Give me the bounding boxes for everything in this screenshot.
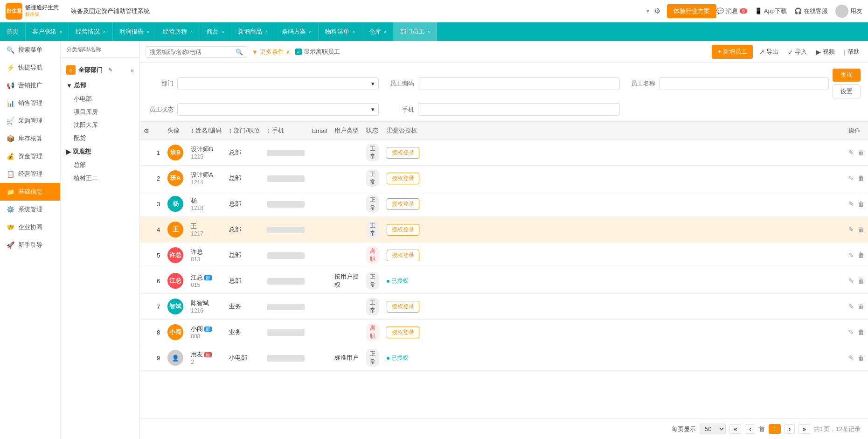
dept-item-ph[interactable]: 配货 xyxy=(61,132,139,145)
sidebar-item-finance[interactable]: 💰 资金管理 xyxy=(0,147,60,165)
dept-item-hq[interactable]: 总部 xyxy=(61,159,139,172)
dept-item-proj[interactable]: 项目库房 xyxy=(61,105,139,118)
auth-login-btn[interactable]: 授权登录 xyxy=(387,173,419,184)
close-icon[interactable]: × xyxy=(384,29,387,35)
dept-item-xd[interactable]: 小电部 xyxy=(61,92,139,105)
delete-icon[interactable]: 🗑 xyxy=(858,328,864,336)
auth-login-btn[interactable]: 授权登录 xyxy=(387,301,419,313)
collapse-btn[interactable]: « xyxy=(131,67,134,74)
edit-icon[interactable]: ✎ xyxy=(848,200,854,208)
col-settings[interactable]: ⚙ xyxy=(140,122,153,140)
search-input[interactable] xyxy=(150,49,234,56)
delete-icon[interactable]: 🗑 xyxy=(858,303,864,310)
nav-tab-profit[interactable]: 利润报告 × xyxy=(113,22,156,41)
nav-tab-history[interactable]: 经营历程 × xyxy=(156,22,200,41)
delete-icon[interactable]: 🗑 xyxy=(858,200,864,208)
auth-login-btn[interactable]: 授权登录 xyxy=(387,224,419,236)
table-row[interactable]: 6 江总 江总部 015 总部 按用户授权 正常 已授权 ✎ 🗑 xyxy=(140,268,868,294)
show-resigned-checkbox[interactable]: ✓ xyxy=(295,49,302,55)
sidebar-item-guide[interactable]: 🚀 新手引导 xyxy=(0,236,60,254)
close-icon[interactable]: × xyxy=(265,29,268,35)
sidebar-item-search[interactable]: 🔍 搜索菜单 xyxy=(0,41,60,59)
delete-icon[interactable]: 🗑 xyxy=(858,226,864,233)
dept-item-sy[interactable]: 沈阳大库 xyxy=(61,118,139,132)
settings-icon[interactable]: ⚙ xyxy=(654,7,660,15)
dept-group-header-sl[interactable]: ▶双鹿想 xyxy=(61,145,139,159)
col-name[interactable]: ↕ 姓名/编码 xyxy=(187,122,225,140)
delete-icon[interactable]: 🗑 xyxy=(858,149,864,156)
sidebar-item-nav[interactable]: ⚡ 快捷导航 xyxy=(0,59,60,77)
delete-icon[interactable]: 🗑 xyxy=(858,174,864,182)
sidebar-item-system[interactable]: ⚙️ 系统管理 xyxy=(0,201,60,218)
table-row[interactable]: 2 班A 设计师A 1214 总部 正常 授权登录 ✎ 🗑 xyxy=(140,166,868,191)
help-btn[interactable]: | 帮助 xyxy=(841,46,862,58)
auth-login-btn[interactable]: 授权登录 xyxy=(387,327,419,338)
last-page-btn[interactable]: » xyxy=(799,424,810,434)
close-icon[interactable]: × xyxy=(427,29,430,35)
search-submit-icon[interactable]: 🔍 xyxy=(236,49,243,56)
nav-tab-employees[interactable]: 部门员工 × xyxy=(394,22,437,41)
filter-phone-input[interactable] xyxy=(418,103,619,116)
edit-icon[interactable]: ✎ xyxy=(848,303,854,310)
edit-icon[interactable]: ✎ xyxy=(848,174,854,182)
dept-search-input[interactable] xyxy=(66,46,136,53)
delete-icon[interactable]: 🗑 xyxy=(858,277,864,285)
table-row[interactable]: 9 👤 用友应 2 小电部 标准用户 正常 已授权 ✎ 🗑 xyxy=(140,345,868,371)
query-button[interactable]: 查询 xyxy=(833,69,861,82)
sidebar-item-sales[interactable]: 📊 销售管理 xyxy=(0,94,60,112)
nav-tab-management[interactable]: 经营情况 × xyxy=(69,22,112,41)
show-resigned-toggle[interactable]: ✓ 显示离职员工 xyxy=(295,48,340,56)
dept-group-header-main[interactable]: ▼总部 xyxy=(61,78,139,92)
nav-tab-customer[interactable]: 客户联络 × xyxy=(26,22,69,41)
auth-login-btn[interactable]: 授权登录 xyxy=(387,147,419,159)
nav-tab-new-goods[interactable]: 新增商品 × xyxy=(231,22,275,41)
sidebar-item-marketing[interactable]: 📢 营销推广 xyxy=(0,77,60,94)
close-icon[interactable]: × xyxy=(352,29,355,35)
table-row[interactable]: 1 班B 设计师B 1215 总部 正常 授权登录 ✎ 🗑 xyxy=(140,140,868,166)
dept-edit-icon[interactable]: ✎ xyxy=(108,67,112,73)
prev-page-btn[interactable]: ‹ xyxy=(745,424,755,434)
close-icon[interactable]: × xyxy=(222,29,224,35)
sidebar-item-collab[interactable]: 🤝 企业协同 xyxy=(0,218,60,236)
nav-tab-home[interactable]: 首页 xyxy=(0,22,26,41)
sidebar-item-inventory[interactable]: 📦 库存核算 xyxy=(0,130,60,147)
delete-icon[interactable]: 🗑 xyxy=(858,251,864,259)
system-dropdown-icon[interactable]: ▾ xyxy=(646,8,649,14)
reset-button[interactable]: 设置 xyxy=(833,84,861,98)
export-btn[interactable]: ↗ 导出 xyxy=(757,46,781,58)
table-row[interactable]: 4 王 王 1217 总部 正常 授权登录 ✎ 🗑 xyxy=(140,217,868,243)
close-icon[interactable]: × xyxy=(146,29,149,35)
page-size-select[interactable]: 50 100 xyxy=(700,424,726,434)
close-icon[interactable]: × xyxy=(103,29,105,35)
edit-icon[interactable]: ✎ xyxy=(848,226,854,233)
sidebar-item-basic[interactable]: 📁 基础信息 xyxy=(0,183,60,201)
close-icon[interactable]: × xyxy=(190,29,193,35)
close-icon[interactable]: × xyxy=(59,29,62,35)
next-page-btn[interactable]: › xyxy=(785,424,795,434)
dept-item-zhishu[interactable]: 植树王二 xyxy=(61,172,139,185)
edit-icon[interactable]: ✎ xyxy=(848,251,854,259)
sidebar-item-ops[interactable]: 📋 经营管理 xyxy=(0,165,60,183)
video-btn[interactable]: ▶ 视频 xyxy=(813,46,838,58)
filter-dept-select[interactable]: ▾ xyxy=(177,77,379,90)
auth-login-btn[interactable]: 授权登录 xyxy=(387,198,419,210)
table-row[interactable]: 7 智斌 陈智斌 1216 业务 正常 授权登录 ✎ 🗑 xyxy=(140,294,868,320)
table-row[interactable]: 8 小闯 小闯部 008 业务 离职 授权登录 ✎ 🗑 xyxy=(140,320,868,345)
add-employee-button[interactable]: + 新增员工 xyxy=(712,45,752,59)
app-download-btn[interactable]: 📱 App下载 xyxy=(755,7,787,15)
edit-icon[interactable]: ✎ xyxy=(848,277,854,285)
edit-icon[interactable]: ✎ xyxy=(848,354,854,362)
all-dept-btn[interactable]: ≡ 全部部门 ✎ « xyxy=(61,62,139,78)
delete-icon[interactable]: 🗑 xyxy=(858,354,864,362)
trial-button[interactable]: 体验行业方案 xyxy=(667,4,716,18)
sidebar-item-purchase[interactable]: 🛒 采购管理 xyxy=(0,112,60,130)
filter-status-select[interactable]: ▾ xyxy=(177,103,379,116)
message-btn[interactable]: 💬 消息 6 xyxy=(716,7,747,15)
col-dept[interactable]: ↕ 部门/职位 xyxy=(225,122,264,140)
user-area[interactable]: 用友 xyxy=(835,5,862,18)
nav-tab-goods[interactable]: 商品 × xyxy=(200,22,231,41)
import-btn[interactable]: ↙ 导入 xyxy=(785,46,810,58)
first-page-btn[interactable]: « xyxy=(729,424,741,434)
nav-tab-bom[interactable]: 物料清单 × xyxy=(319,22,362,41)
filter-code-input[interactable] xyxy=(418,77,619,90)
